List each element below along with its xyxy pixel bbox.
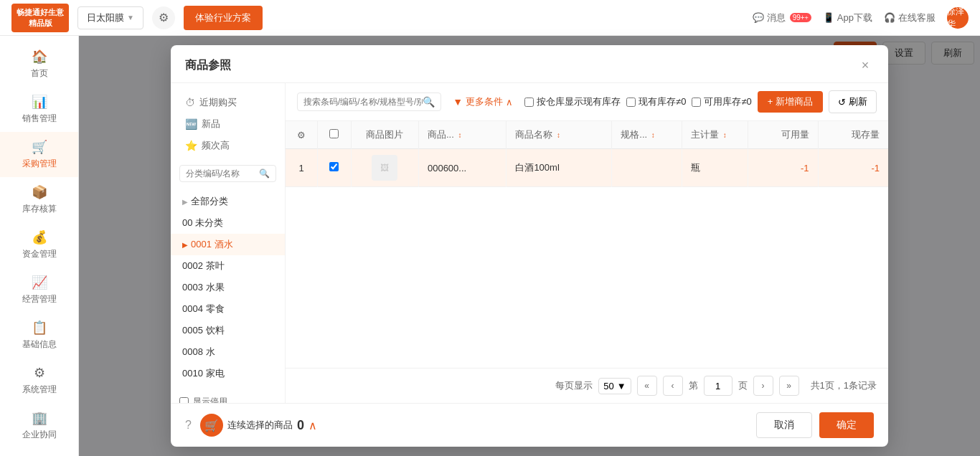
cancel-button[interactable]: 取消: [756, 412, 812, 438]
quick-recent-label: 近期购买: [199, 96, 237, 109]
content-area: 查询 设置 刷新 商品参照 ×: [79, 36, 980, 456]
category-0002[interactable]: 0002 茶叶: [171, 255, 285, 277]
warehouse-label: 按仓库显示现有库存: [537, 95, 621, 108]
quick-frequent[interactable]: ⭐ 频次高: [179, 135, 276, 156]
page-size-value: 50: [603, 381, 613, 391]
category-00[interactable]: 00 未分类: [171, 212, 285, 234]
stock-ne0-checkbox[interactable]: [626, 98, 636, 107]
prev-page-button[interactable]: ‹: [663, 376, 683, 396]
show-disabled-checkbox[interactable]: [179, 397, 189, 403]
trial-button[interactable]: 体验行业方案: [184, 6, 263, 30]
store-arrow-icon: ▼: [127, 14, 134, 22]
modal-overlay: 商品参照 × ⏱ 近期购买 🆕: [79, 36, 980, 456]
col-code-header[interactable]: 商品... ↕: [418, 121, 506, 149]
sidebar-item-home[interactable]: 🏠 首页: [0, 42, 78, 87]
settings-col-icon[interactable]: ⚙: [297, 130, 306, 141]
category-00-label: 00 未分类: [182, 217, 223, 229]
sidebar-item-base[interactable]: 📋 基础信息: [0, 313, 78, 358]
category-0004[interactable]: 0004 零食: [171, 298, 285, 320]
warehouse-filter-item[interactable]: 按仓库显示现有库存: [524, 95, 621, 108]
app-download-item[interactable]: 📱 App下载: [823, 11, 872, 24]
category-0003[interactable]: 0003 水果: [171, 277, 285, 298]
help-icon[interactable]: ?: [185, 419, 192, 432]
category-all[interactable]: ▶ 全部分类: [171, 191, 285, 212]
filter-icon: ▼: [453, 96, 463, 108]
category-search-icon: 🔍: [259, 168, 270, 179]
table-row[interactable]: 1 🖼 000600... 白酒100ml 瓶 -1 -1: [286, 149, 888, 187]
right-panel: 🔍 ▼ 更多条件 ∧ 按仓库显示现有库存: [286, 83, 888, 403]
sidebar-item-purchase[interactable]: 🛒 采购管理: [0, 132, 78, 177]
logo-title: 畅捷通好生意: [17, 7, 64, 18]
category-search: 🔍: [179, 165, 276, 182]
search-icon[interactable]: 🔍: [423, 96, 435, 108]
modal-header: 商品参照 ×: [171, 45, 888, 83]
page-input[interactable]: [704, 376, 732, 396]
sidebar-item-stock[interactable]: 📦 库存核算: [0, 177, 78, 222]
row-unit: 瓶: [682, 149, 748, 187]
message-item[interactable]: 💬 消息 99++: [753, 11, 811, 24]
product-search-input[interactable]: [303, 97, 423, 107]
category-0001-label: 0001 酒水: [191, 238, 233, 251]
select-all-checkbox[interactable]: [329, 129, 339, 138]
category-quick: ⏱ 近期购买 🆕 新品 ⭐ 频次高: [171, 89, 285, 159]
filter-arrow-icon: ∧: [506, 97, 513, 108]
service-item[interactable]: 🎧 在线客服: [884, 11, 936, 24]
stock-ne0-item[interactable]: 现有库存≠0: [626, 95, 686, 108]
modal-footer: ? 🛒 连续选择的商品 0 ∧ 取消 确定: [171, 403, 888, 447]
logo[interactable]: 畅捷通好生意 精品版: [11, 4, 69, 32]
col-name-header[interactable]: 商品名称 ↕: [507, 121, 612, 149]
category-0010-label: 0010 家电: [182, 367, 225, 380]
last-page-button[interactable]: »: [779, 376, 799, 396]
row-check[interactable]: [318, 149, 352, 187]
search-toolbar: 🔍 ▼ 更多条件 ∧ 按仓库显示现有库存: [286, 83, 888, 121]
refresh-product-button[interactable]: ↺ 刷新: [829, 90, 877, 113]
col-unit-header[interactable]: 主计量 ↕: [682, 121, 748, 149]
page-size-select[interactable]: 50 ▼: [598, 378, 631, 394]
enterprise-icon: 🏢: [32, 410, 47, 426]
next-page-button[interactable]: ›: [753, 376, 773, 396]
row-img: 🖼: [351, 149, 418, 187]
star-icon: ⭐: [185, 140, 197, 151]
sidebar-item-system[interactable]: ⚙ 系统管理: [0, 358, 78, 403]
col-code-sort-icon: ↕: [458, 131, 461, 139]
page-suffix: 页: [738, 379, 748, 392]
sidebar-item-enterprise[interactable]: 🏢 企业协同: [0, 403, 78, 448]
sidebar-item-operation[interactable]: 📈 经营管理: [0, 267, 78, 313]
settings-gear-icon[interactable]: ⚙: [152, 6, 175, 29]
store-selector[interactable]: 日太阳膜 ▼: [77, 6, 143, 29]
col-spec-header[interactable]: 规格... ↕: [612, 121, 682, 149]
footer-buttons: 取消 确定: [756, 412, 874, 438]
sales-icon: 📊: [32, 94, 47, 110]
more-filter-button[interactable]: ▼ 更多条件 ∧: [447, 92, 519, 111]
cart-collapse-icon[interactable]: ∧: [308, 419, 317, 432]
main-layout: 🏠 首页 📊 销售管理 🛒 采购管理 📦 库存核算 💰 资金管理 📈 经营管理 …: [0, 36, 980, 456]
avail-ne0-label: 可用库存≠0: [704, 95, 751, 108]
avail-ne0-item[interactable]: 可用库存≠0: [692, 95, 751, 108]
first-page-button[interactable]: «: [637, 376, 657, 396]
sidebar-item-guide[interactable]: 🆕 新手引导: [0, 448, 78, 456]
category-0008[interactable]: 0008 水: [171, 341, 285, 363]
warehouse-checkbox[interactable]: [524, 98, 534, 107]
sidebar-label-system: 系统管理: [22, 384, 57, 396]
confirm-button[interactable]: 确定: [819, 412, 874, 438]
category-0010[interactable]: 0010 家电: [171, 363, 285, 384]
quick-new[interactable]: 🆕 新品: [179, 113, 276, 135]
modal-close-button[interactable]: ×: [857, 57, 874, 74]
sidebar-item-sales[interactable]: 📊 销售管理: [0, 87, 78, 132]
navbar-right: 💬 消息 99++ 📱 App下载 🎧 在线客服 徐泽华: [753, 7, 969, 29]
avail-ne0-checkbox[interactable]: [692, 98, 701, 107]
page-total: 共1页，1条记录: [811, 379, 877, 392]
col-unit-label: 主计量: [691, 129, 719, 140]
row-code: 000600...: [418, 149, 506, 187]
service-label: 在线客服: [898, 11, 936, 24]
cart-area[interactable]: 🛒 连续选择的商品 0 ∧: [200, 414, 317, 437]
avatar[interactable]: 徐泽华: [947, 7, 969, 29]
sidebar-item-finance[interactable]: 💰 资金管理: [0, 222, 78, 267]
quick-recent[interactable]: ⏱ 近期购买: [179, 92, 276, 113]
category-0005[interactable]: 0005 饮料: [171, 320, 285, 341]
stock-ne0-label: 现有库存≠0: [639, 95, 686, 108]
category-search-input[interactable]: [186, 168, 259, 179]
table-header-row: ⚙ 商品图片: [286, 121, 888, 149]
category-0001[interactable]: ▶ 0001 酒水: [171, 234, 285, 255]
add-product-button[interactable]: + 新增商品: [758, 91, 823, 113]
